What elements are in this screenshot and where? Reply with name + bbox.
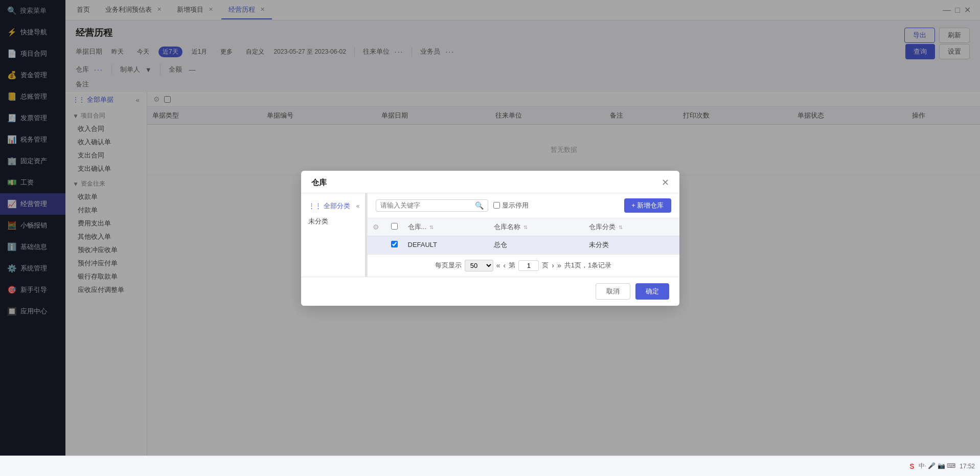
add-warehouse-btn[interactable]: + 新增仓库 xyxy=(624,198,671,213)
all-categories-label: 全部分类 xyxy=(324,201,350,211)
modal-total-info: 共1页，1条记录 xyxy=(564,261,611,270)
modal-header: 仓库 ✕ xyxy=(301,171,679,193)
row-category: 未分类 xyxy=(584,236,679,254)
modal-th-name: 仓库名称 ⇅ xyxy=(489,218,584,236)
modal-prev-btn[interactable]: ‹ xyxy=(504,261,506,269)
modal-category-unclassified[interactable]: 未分类 xyxy=(301,214,367,229)
row-code: DEFAULT xyxy=(403,236,489,254)
cancel-button[interactable]: 取消 xyxy=(596,283,630,300)
row-select-checkbox[interactable] xyxy=(391,241,398,247)
modal-page-input[interactable] xyxy=(518,260,539,271)
confirm-button[interactable]: 确定 xyxy=(635,283,669,300)
modal-th-category: 仓库分类 ⇅ xyxy=(584,218,679,236)
modal-table-wrap: ⚙ 仓库... ⇅ 仓库名称 xyxy=(368,218,679,254)
modal-th-checkbox xyxy=(386,218,403,236)
code-sort-icon[interactable]: ⇅ xyxy=(429,224,434,230)
col-settings-icon[interactable]: ⚙ xyxy=(373,223,379,231)
modal-first-btn[interactable]: « xyxy=(496,261,500,269)
modal-left-scrollbar[interactable] xyxy=(365,193,367,277)
row-settings xyxy=(368,236,386,254)
modal-search-input[interactable] xyxy=(380,201,473,209)
table-row[interactable]: DEFAULT 总仓 未分类 xyxy=(368,236,679,254)
modal-left-panel: ⋮⋮ 全部分类 « 未分类 xyxy=(301,193,368,277)
modal-title: 仓库 xyxy=(311,178,327,188)
modal-overlay: 仓库 ✕ ⋮⋮ 全部分类 « 未分类 xyxy=(0,0,980,476)
modal-per-page-label: 每页显示 xyxy=(435,261,462,270)
modal-search-icon: 🔍 xyxy=(475,201,484,210)
modal-search-box: 🔍 xyxy=(376,199,488,212)
taskbar: S 中· 🎤 📷 ⌨ 17:52 xyxy=(0,456,980,476)
modal-page-prefix: 第 xyxy=(509,261,515,270)
warehouse-modal: 仓库 ✕ ⋮⋮ 全部分类 « 未分类 xyxy=(301,171,679,306)
taskbar-time: 17:52 xyxy=(960,463,975,470)
modal-close-btn[interactable]: ✕ xyxy=(662,178,669,187)
modal-th-code: 仓库... ⇅ xyxy=(403,218,489,236)
modal-last-btn[interactable]: » xyxy=(557,261,561,269)
modal-page-suffix: 页 xyxy=(542,261,549,270)
modal-left-scroll: 未分类 xyxy=(301,214,367,229)
modal-left-collapse[interactable]: « xyxy=(356,202,360,210)
taskbar-icons: 中· 🎤 📷 ⌨ xyxy=(919,462,955,470)
categories-grid-icon: ⋮⋮ xyxy=(308,202,322,210)
taskbar-brand: S xyxy=(909,462,914,470)
modal-toolbar: 🔍 显示停用 + 新增仓库 xyxy=(368,193,679,218)
modal-per-page-select[interactable]: 50 100 xyxy=(465,260,493,271)
modal-pagination: 每页显示 50 100 « ‹ 第 页 › » 共1页，1条记录 xyxy=(368,254,679,277)
show-disabled-text: 显示停用 xyxy=(502,201,529,210)
modal-body: ⋮⋮ 全部分类 « 未分类 🔍 xyxy=(301,193,679,277)
modal-select-all[interactable] xyxy=(391,223,398,230)
modal-all-categories[interactable]: ⋮⋮ 全部分类 « xyxy=(301,198,367,214)
show-disabled-checkbox[interactable] xyxy=(493,202,500,209)
category-sort-icon[interactable]: ⇅ xyxy=(619,224,623,230)
show-disabled-label[interactable]: 显示停用 xyxy=(493,201,529,210)
modal-th-settings: ⚙ xyxy=(368,218,386,236)
modal-right-panel: 🔍 显示停用 + 新增仓库 ⚙ xyxy=(368,193,679,277)
row-checkbox xyxy=(386,236,403,254)
modal-footer: 取消 确定 xyxy=(301,277,679,306)
modal-next-btn[interactable]: › xyxy=(552,261,554,269)
row-name: 总仓 xyxy=(489,236,584,254)
name-sort-icon[interactable]: ⇅ xyxy=(523,224,528,230)
modal-warehouse-table: ⚙ 仓库... ⇅ 仓库名称 xyxy=(368,218,679,254)
unclassified-label: 未分类 xyxy=(308,217,328,225)
